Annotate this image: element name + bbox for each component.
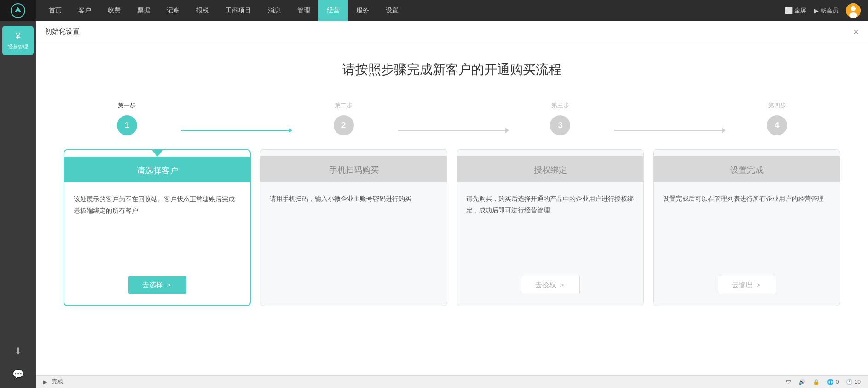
step-1-ball: 1 [117, 115, 137, 135]
nav-settings[interactable]: 设置 [377, 0, 407, 21]
fullscreen-icon: ⬜ [785, 7, 793, 14]
step-2-ball: 2 [334, 115, 354, 135]
card-4-header: 设置完成 [654, 156, 840, 182]
go-manage-arrow: ＞ [755, 281, 762, 289]
svg-point-2 [851, 6, 856, 11]
status-bar: ▶ 完成 🛡 🔊 🔒 🌐 0 🕐 10 [36, 375, 868, 388]
vip-icon: ▶ [814, 7, 819, 14]
go-authorize-label: 去授权 [535, 281, 556, 289]
main-layout: ¥ 经营管理 ⬇ 💬 初始化设置 × 请按照步骤完成新客户的开通购买流程 第一步… [0, 21, 868, 388]
nav-operations[interactable]: 经营 [318, 0, 348, 21]
step-1: 第一步 1 [73, 101, 181, 135]
steps-diagram: 第一步 1 第二步 2 第三步 3 [64, 101, 840, 135]
nav-customer[interactable]: 客户 [70, 0, 99, 21]
nav-home[interactable]: 首页 [41, 0, 70, 21]
card-2-footer [260, 287, 447, 306]
nav-business-items[interactable]: 工商项目 [217, 0, 260, 21]
go-select-arrow: ＞ [166, 281, 173, 289]
card-4: 设置完成 设置完成后可以在管理列表进行所有企业用户的经营管理 去管理 ＞ [653, 149, 840, 306]
step-3-ball: 3 [550, 115, 570, 135]
step-3: 第三步 3 [506, 101, 614, 135]
card-1-header: 请选择客户 [64, 157, 250, 182]
go-manage-label: 去管理 [732, 281, 752, 289]
card-3-header: 授权绑定 [457, 156, 643, 182]
close-button[interactable]: × [853, 27, 859, 36]
card-4-footer: 去管理 ＞ [654, 268, 840, 306]
card-3-footer: 去授权 ＞ [457, 268, 643, 306]
top-navigation: 首页 客户 收费 票据 记账 报税 工商项目 消息 管理 经营 服务 设置 ⬜ … [0, 0, 868, 21]
nav-fee[interactable]: 收费 [99, 0, 129, 21]
lock-icon: 🔒 [813, 379, 820, 385]
card-1: 请选择客户 该处展示的客户为不在回收站、客户状态正常建账后完成老板端绑定的所有客… [64, 149, 251, 306]
nav-service[interactable]: 服务 [348, 0, 377, 21]
status-bar-right: 🛡 🔊 🔒 🌐 0 🕐 10 [786, 379, 861, 385]
network-status: 🌐 0 [827, 379, 839, 385]
nav-messages[interactable]: 消息 [260, 0, 289, 21]
chat-icon[interactable]: 💬 [9, 365, 27, 383]
content-area: 初始化设置 × 请按照步骤完成新客户的开通购买流程 第一步 1 第二步 [36, 21, 868, 388]
go-select-label: 去选择 [142, 281, 163, 289]
card-1-body: 该处展示的客户为不在回收站、客户状态正常建账后完成老板端绑定的所有客户 [64, 182, 250, 269]
nav-accounting[interactable]: 记账 [158, 0, 188, 21]
nav-tax[interactable]: 报税 [188, 0, 217, 21]
sidebar-item-operations[interactable]: ¥ 经营管理 [2, 26, 34, 55]
step-4-ball: 4 [767, 115, 787, 135]
step-4-label: 第四步 [768, 101, 786, 110]
card-1-pointer [152, 150, 163, 157]
step-2: 第二步 2 [289, 101, 398, 135]
cards-row: 请选择客户 该处展示的客户为不在回收站、客户状态正常建账后完成老板端绑定的所有客… [64, 149, 840, 306]
nav-invoice[interactable]: 票据 [129, 0, 158, 21]
fullscreen-label: 全屏 [794, 6, 806, 15]
step-4: 第四步 4 [723, 101, 831, 135]
shield-icon: 🛡 [786, 379, 791, 385]
user-avatar[interactable] [846, 3, 861, 18]
go-select-button[interactable]: 去选择 ＞ [128, 276, 186, 294]
step-1-label: 第一步 [118, 101, 136, 110]
play-icon[interactable]: ▶ [43, 379, 47, 385]
go-manage-button[interactable]: 去管理 ＞ [718, 276, 776, 294]
go-authorize-button[interactable]: 去授权 ＞ [521, 276, 580, 294]
app-logo[interactable] [0, 0, 36, 21]
sidebar-item-label: 经营管理 [8, 43, 28, 50]
nav-management[interactable]: 管理 [289, 0, 318, 21]
vip-button[interactable]: ▶ 畅会员 [814, 6, 839, 15]
sidebar: ¥ 经营管理 ⬇ 💬 [0, 21, 36, 388]
vip-label: 畅会员 [821, 6, 839, 15]
download-icon[interactable]: ⬇ [9, 342, 27, 360]
nav-right: ⬜ 全屏 ▶ 畅会员 [785, 3, 868, 18]
page-header: 初始化设置 × [36, 21, 868, 42]
main-heading: 请按照步骤完成新客户的开通购买流程 [64, 61, 840, 78]
step-3-label: 第三步 [551, 101, 569, 110]
sidebar-bottom: ⬇ 💬 [9, 342, 27, 388]
nav-items: 首页 客户 收费 票据 记账 报税 工商项目 消息 管理 经营 服务 设置 [36, 0, 785, 21]
card-3: 授权绑定 请先购买，购买后选择开通的产品中的企业用户进行授权绑定，成功后即可进行… [457, 149, 644, 306]
volume-icon[interactable]: 🔊 [799, 379, 805, 385]
status-text: 完成 [52, 378, 63, 386]
logo-icon [11, 3, 25, 18]
card-1-footer: 去选择 ＞ [64, 269, 250, 305]
yuan-icon: ¥ [15, 31, 20, 41]
svg-point-3 [849, 12, 857, 18]
page-title: 初始化设置 [45, 27, 80, 36]
card-2-body: 请用手机扫码，输入小微企业主账号密码进行购买 [260, 182, 447, 287]
main-content: 请按照步骤完成新客户的开通购买流程 第一步 1 第二步 2 [36, 42, 868, 375]
card-2: 手机扫码购买 请用手机扫码，输入小微企业主账号密码进行购买 [260, 149, 447, 306]
time-display: 🕐 10 [846, 379, 861, 385]
fullscreen-button[interactable]: ⬜ 全屏 [785, 6, 806, 15]
card-4-body: 设置完成后可以在管理列表进行所有企业用户的经营管理 [654, 182, 840, 268]
go-authorize-arrow: ＞ [559, 281, 566, 289]
card-2-header: 手机扫码购买 [260, 156, 447, 182]
card-3-body: 请先购买，购买后选择开通的产品中的企业用户进行授权绑定，成功后即可进行经营管理 [457, 182, 643, 268]
step-2-label: 第二步 [335, 101, 353, 110]
